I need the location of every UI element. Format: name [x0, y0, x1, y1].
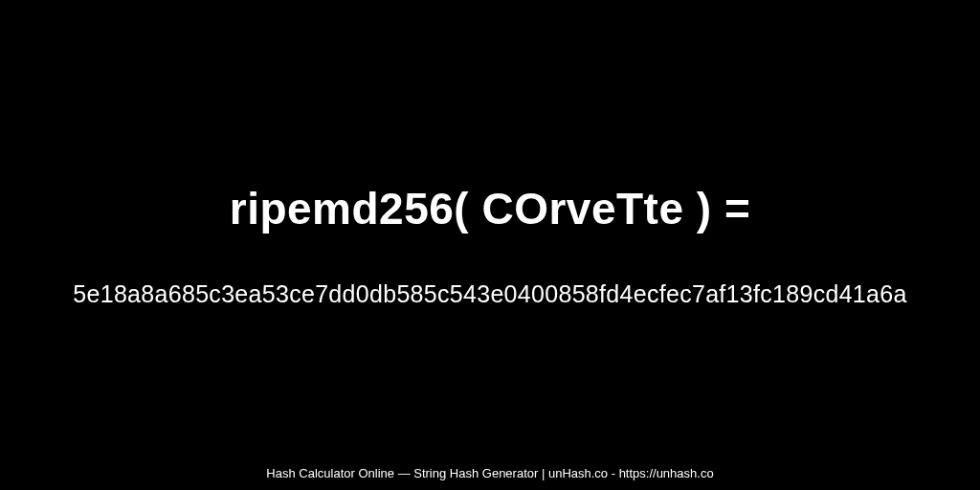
hash-output: 5e18a8a685c3ea53ce7dd0db585c543e0400858f…	[73, 280, 906, 308]
footer-link[interactable]: https://unhash.co	[619, 466, 714, 480]
main-content: ripemd256( COrveTte ) = 5e18a8a685c3ea53…	[0, 0, 980, 490]
footer: Hash Calculator Online — String Hash Gen…	[0, 466, 980, 480]
hash-expression: ripemd256( COrveTte ) =	[230, 183, 751, 234]
footer-text: Hash Calculator Online — String Hash Gen…	[266, 466, 618, 480]
